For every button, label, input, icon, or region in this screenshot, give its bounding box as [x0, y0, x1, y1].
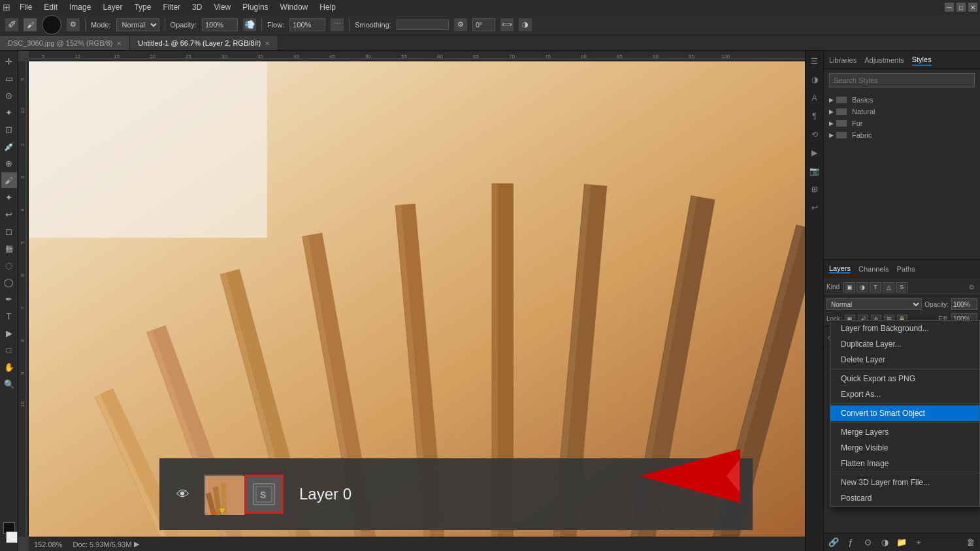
tab-styles[interactable]: Styles: [912, 54, 932, 66]
crop-tool[interactable]: ⊡: [1, 121, 17, 137]
history-icon[interactable]: ⟲: [807, 127, 823, 142]
canvas-content[interactable]: 👁: [29, 61, 805, 537]
filter-toggle[interactable]: ⊙: [966, 282, 977, 292]
zoom-tool[interactable]: 🔍: [1, 376, 17, 392]
tab-dsc3060[interactable]: DSC_3060.jpg @ 152% (RGB/8) ✕: [0, 36, 130, 50]
ctx-quick-export[interactable]: Quick Export as PNG: [830, 371, 979, 386]
lasso-tool[interactable]: ⊙: [1, 87, 17, 103]
tab-paths[interactable]: Paths: [897, 265, 915, 273]
ctx-layer-from-bg[interactable]: Layer from Background...: [830, 321, 979, 336]
ctx-flatten-image[interactable]: Flatten Image: [830, 456, 979, 471]
path-selection-tool[interactable]: ▶: [1, 325, 17, 341]
grid-icon[interactable]: ⊞: [807, 181, 823, 197]
menu-plugins[interactable]: Plugins: [237, 1, 273, 13]
layer-link-icon[interactable]: 🔗: [826, 535, 841, 550]
airbrush-icon[interactable]: 💨: [243, 18, 256, 31]
eraser-tool[interactable]: ◻: [1, 223, 17, 239]
menu-filter[interactable]: Filter: [157, 1, 186, 13]
dodge-tool[interactable]: ◯: [1, 274, 17, 290]
background-color[interactable]: [6, 531, 18, 543]
brush-tool-icon[interactable]: 🖌: [24, 18, 37, 31]
brush-preview-icon[interactable]: [42, 15, 61, 35]
hand-tool[interactable]: ✋: [1, 359, 17, 375]
menu-window[interactable]: Window: [275, 1, 314, 13]
add-fill-adjustment-icon[interactable]: ◑: [877, 535, 892, 550]
delete-layer-icon[interactable]: 🗑: [963, 535, 977, 550]
filter-shape-icon[interactable]: △: [883, 282, 894, 292]
flow-icon[interactable]: ⋯: [331, 18, 344, 31]
paragraph-icon[interactable]: ¶: [807, 108, 823, 124]
flow-input[interactable]: [289, 18, 325, 31]
folder-icon[interactable]: 📁: [894, 535, 909, 550]
tab-dsc3060-close[interactable]: ✕: [116, 40, 122, 47]
menu-view[interactable]: View: [208, 1, 236, 13]
tab-layers[interactable]: Layers: [829, 264, 851, 274]
libraries-icon[interactable]: ☰: [807, 54, 823, 69]
tab-libraries[interactable]: Libraries: [829, 55, 857, 65]
opacity-value-input[interactable]: [951, 298, 977, 310]
eyedropper-tool[interactable]: 💉: [1, 138, 17, 154]
maximize-button[interactable]: □: [956, 3, 966, 12]
opacity-input[interactable]: [202, 18, 238, 31]
add-layer-style-icon[interactable]: ƒ: [843, 535, 858, 550]
mode-select[interactable]: Normal: [116, 18, 159, 31]
symmetry-icon[interactable]: ⟺: [500, 18, 514, 31]
ctx-convert-smart-object[interactable]: Convert to Smart Object: [830, 405, 979, 421]
brush-tool[interactable]: 🖌: [1, 172, 17, 188]
menu-image[interactable]: Image: [64, 1, 96, 13]
ctx-merge-layers[interactable]: Merge Layers: [830, 424, 979, 440]
ctx-export-as[interactable]: Export As...: [830, 386, 979, 402]
brush-options-icon[interactable]: ⚙: [67, 18, 80, 31]
undo-icon[interactable]: ↩: [807, 200, 823, 215]
actions-icon[interactable]: ▶: [807, 145, 823, 161]
shape-tool[interactable]: □: [1, 342, 17, 358]
pressure-icon[interactable]: ◑: [519, 18, 532, 31]
spot-healing-tool[interactable]: ⊕: [1, 155, 17, 171]
filter-adjustment-icon[interactable]: ◑: [857, 282, 868, 292]
layer-thumb-2-smart[interactable]: S: [244, 475, 284, 514]
more-info-arrow[interactable]: ▶: [134, 540, 139, 548]
tab-untitled1[interactable]: Untitled-1 @ 66.7% (Layer 2, RGB/8#) ✕: [130, 36, 278, 50]
styles-group-basics[interactable]: ▶ Basics: [829, 94, 975, 106]
filter-pixel-icon[interactable]: ▣: [843, 282, 855, 292]
magic-wand-tool[interactable]: ✦: [1, 104, 17, 120]
layer-visibility-toggle[interactable]: 👁: [172, 484, 193, 505]
camera-icon[interactable]: 📷: [807, 163, 823, 179]
styles-search-input[interactable]: [829, 73, 975, 87]
tab-untitled1-close[interactable]: ✕: [265, 40, 270, 47]
menu-edit[interactable]: Edit: [39, 1, 63, 13]
history-brush-tool[interactable]: ↩: [1, 206, 17, 222]
new-layer-icon[interactable]: +: [911, 535, 926, 550]
tab-adjustments[interactable]: Adjustments: [864, 55, 904, 65]
clone-stamp-tool[interactable]: ✦: [1, 189, 17, 205]
layer-thumb-1[interactable]: [204, 475, 243, 514]
gradient-tool[interactable]: ▦: [1, 240, 17, 256]
styles-group-fabric[interactable]: ▶ Fabric: [829, 129, 975, 141]
adjustments-panel-icon[interactable]: ◑: [807, 72, 823, 87]
blur-tool[interactable]: ◌: [1, 257, 17, 273]
pen-tool[interactable]: ✒: [1, 291, 17, 307]
menu-file[interactable]: File: [14, 1, 37, 13]
ctx-new-3d-layer[interactable]: New 3D Layer from File...: [830, 475, 979, 490]
tool-move-icon[interactable]: ✐: [5, 18, 18, 31]
text-tool[interactable]: T: [1, 308, 17, 324]
ctx-postcard[interactable]: Postcard: [830, 490, 979, 506]
styles-group-natural[interactable]: ▶ Natural: [829, 106, 975, 118]
menu-type[interactable]: Type: [129, 1, 156, 13]
character-icon[interactable]: A: [807, 90, 823, 106]
filter-type-icon[interactable]: T: [870, 282, 881, 292]
rectangle-marquee-tool[interactable]: ▭: [1, 71, 17, 86]
move-tool[interactable]: ✛: [1, 54, 17, 69]
ctx-delete-layer[interactable]: Delete Layer: [830, 352, 979, 368]
smoothing-settings-icon[interactable]: ⚙: [454, 18, 467, 31]
add-mask-icon[interactable]: ⊙: [860, 535, 875, 550]
menu-help[interactable]: Help: [314, 1, 341, 13]
close-button[interactable]: ✕: [968, 3, 977, 12]
blend-mode-select[interactable]: Normal: [826, 298, 922, 310]
menu-layer[interactable]: Layer: [97, 1, 127, 13]
minimize-button[interactable]: ─: [945, 3, 954, 12]
menu-3d[interactable]: 3D: [187, 1, 207, 13]
styles-group-fur[interactable]: ▶ Fur: [829, 118, 975, 129]
filter-smartobj-icon[interactable]: S: [896, 282, 907, 292]
smoothing-slider[interactable]: [397, 20, 449, 30]
